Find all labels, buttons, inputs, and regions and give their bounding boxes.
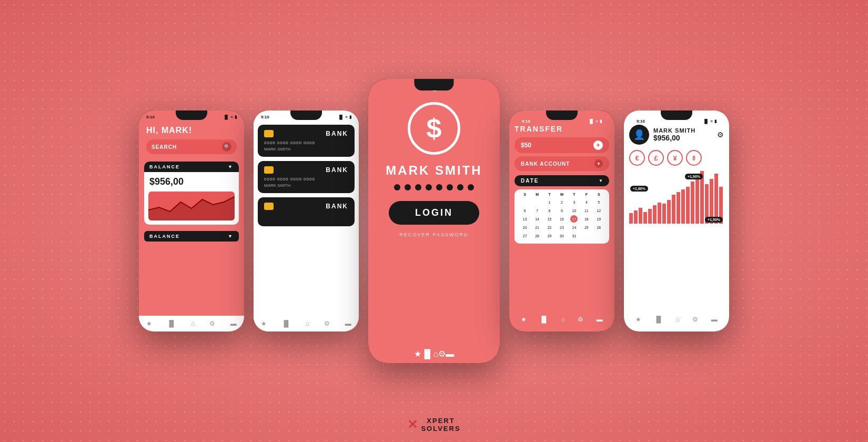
bar-chart: +1,90% +1,80% +1,50% <box>629 171 724 224</box>
p5-nav-star[interactable]: ★ <box>635 316 641 323</box>
nav-home-icon[interactable]: ⌂ <box>191 320 195 327</box>
cal-day-11[interactable]: 11 <box>583 207 590 214</box>
bank-card-1[interactable]: 0000 0000 0000 0000 MARK SMITH BANK <box>258 125 355 157</box>
cal-day-26[interactable]: 26 <box>595 224 602 231</box>
nav-settings-icon[interactable]: ⚙ <box>209 320 215 327</box>
phone-1: 9:10 ▐▌ ≈ ▮ HI, MARK! SEARCH 🔍 BALANCE ▼ <box>139 110 244 332</box>
cal-day-31[interactable]: 31 <box>570 232 578 239</box>
p2-nav-settings[interactable]: ⚙ <box>324 320 330 327</box>
p4-nav-chart[interactable]: ▐▌ <box>540 316 549 323</box>
profile-name: MARK SMITH <box>653 127 713 134</box>
cal-day-24[interactable]: 24 <box>570 224 578 231</box>
cal-day-empty3 <box>583 232 590 239</box>
bank-label-3: BANK <box>326 203 348 210</box>
p2-nav-message[interactable]: ▬ <box>345 320 351 327</box>
svg-rect-8 <box>662 204 666 224</box>
p2-nav-star[interactable]: ★ <box>261 320 267 327</box>
p5-nav-chart[interactable]: ▐▌ <box>654 316 663 323</box>
bank-card-3[interactable]: BANK <box>258 197 355 226</box>
cal-day-13[interactable]: 13 <box>521 215 529 223</box>
search-icon[interactable]: 🔍 <box>222 142 231 152</box>
cal-day-19[interactable]: 19 <box>595 215 602 223</box>
cal-day-20[interactable]: 20 <box>521 224 529 231</box>
dot-8 <box>468 184 474 190</box>
svg-rect-14 <box>691 182 694 224</box>
balance-dropdown-1[interactable]: ▼ <box>228 164 234 169</box>
cal-day-22[interactable]: 22 <box>546 224 553 231</box>
svg-rect-4 <box>643 212 647 224</box>
bank-card-2[interactable]: 0000 0000 0000 0000 MARK SMITH BANK <box>258 161 355 193</box>
cal-day-10[interactable]: 10 <box>570 207 578 214</box>
phone4-bottom-nav: ★ ▐▌ ⌂ ⚙ ▬ <box>514 312 609 327</box>
cal-day-30[interactable]: 30 <box>558 232 566 239</box>
bank-account-row[interactable]: BANK ACCOUNT ▼ <box>514 156 609 171</box>
p4-nav-star[interactable]: ★ <box>521 316 527 323</box>
dollar-symbol: $ <box>427 113 442 144</box>
balance-label-2: BALANCE <box>149 234 180 239</box>
cal-day-3[interactable]: 3 <box>570 198 578 206</box>
p3-nav-home[interactable]: ⌂ <box>433 349 439 359</box>
cal-day-21[interactable]: 21 <box>533 224 541 231</box>
login-button[interactable]: LOGIN <box>389 201 479 225</box>
cal-day-25[interactable]: 25 <box>583 224 590 231</box>
p5-nav-settings[interactable]: ⚙ <box>692 316 698 323</box>
cal-day-18[interactable]: 18 <box>583 215 590 223</box>
badge-150: +1,50% <box>705 217 723 223</box>
search-bar[interactable]: SEARCH 🔍 <box>146 139 237 154</box>
yen-btn[interactable]: ¥ <box>667 150 683 166</box>
cal-day-16[interactable]: 16 <box>558 215 566 223</box>
cal-day-1[interactable]: 1 <box>546 198 553 206</box>
p2-nav-chart[interactable]: ▐▌ <box>282 320 291 327</box>
cal-day-17[interactable]: 17 <box>570 215 578 223</box>
cal-tue: T <box>543 193 556 196</box>
phones-container: 9:10 ▐▌ ≈ ▮ HI, MARK! SEARCH 🔍 BALANCE ▼ <box>139 79 729 363</box>
nav-chart-icon[interactable]: ▐▌ <box>167 320 176 327</box>
p4-nav-settings[interactable]: ⚙ <box>578 316 583 323</box>
currency-row: € £ ¥ ₿ <box>629 150 724 166</box>
phone2-content: 0000 0000 0000 0000 MARK SMITH BANK 0000… <box>254 120 359 316</box>
pound-btn[interactable]: £ <box>648 150 664 166</box>
phone5-status-icons: ▐▌ ≈ ▮ <box>703 119 716 124</box>
phone4-notch <box>546 110 578 120</box>
p3-nav-star[interactable]: ★ <box>414 349 421 359</box>
p3-nav-settings[interactable]: ⚙ <box>438 349 446 359</box>
p4-nav-home[interactable]: ⌂ <box>561 316 565 323</box>
svg-rect-7 <box>658 203 661 224</box>
cal-day-23[interactable]: 23 <box>558 224 566 231</box>
cal-day-4[interactable]: 4 <box>583 198 590 206</box>
cal-day-14[interactable]: 14 <box>533 215 541 223</box>
recover-password-link[interactable]: RECOVER PASSWORD <box>400 232 469 237</box>
p5-nav-message[interactable]: ▬ <box>711 316 718 323</box>
balance-dropdown-2[interactable]: ▼ <box>228 234 234 239</box>
cal-day-2[interactable]: 2 <box>558 198 566 206</box>
cal-day-12[interactable]: 12 <box>595 207 602 214</box>
cal-day-7[interactable]: 7 <box>533 207 541 214</box>
euro-btn[interactable]: € <box>629 150 645 166</box>
date-dropdown[interactable]: ▼ <box>599 178 603 183</box>
search-label: SEARCH <box>152 144 177 150</box>
p3-nav-message[interactable]: ▬ <box>446 349 454 359</box>
p5-nav-home[interactable]: ⌂ <box>676 316 680 323</box>
svg-rect-1 <box>629 213 633 224</box>
p3-nav-chart[interactable]: ▐▌ <box>421 349 433 359</box>
p2-nav-home[interactable]: ⌂ <box>306 320 309 327</box>
cal-day-9[interactable]: 9 <box>558 207 566 214</box>
dot-7 <box>457 184 463 190</box>
p5-wifi-icon: ≈ <box>711 119 713 124</box>
svg-rect-13 <box>686 187 690 224</box>
bitcoin-btn[interactable]: ₿ <box>686 150 702 166</box>
nav-star-icon[interactable]: ★ <box>146 320 152 327</box>
cal-day-5[interactable]: 5 <box>595 198 602 206</box>
settings-gear-icon[interactable]: ⚙ <box>717 130 724 139</box>
cal-day-15[interactable]: 15 <box>546 215 553 223</box>
amount-value: $50 <box>521 142 531 149</box>
cal-day-8[interactable]: 8 <box>546 207 553 214</box>
cal-day-27[interactable]: 27 <box>521 232 529 239</box>
bank-account-dropdown[interactable]: ▼ <box>594 159 603 168</box>
cal-day-6[interactable]: 6 <box>521 207 529 214</box>
add-amount-button[interactable]: + <box>593 140 603 150</box>
cal-day-29[interactable]: 29 <box>546 232 553 239</box>
cal-day-28[interactable]: 28 <box>533 232 541 239</box>
nav-message-icon[interactable]: ▬ <box>230 320 237 327</box>
p4-nav-message[interactable]: ▬ <box>597 316 603 323</box>
